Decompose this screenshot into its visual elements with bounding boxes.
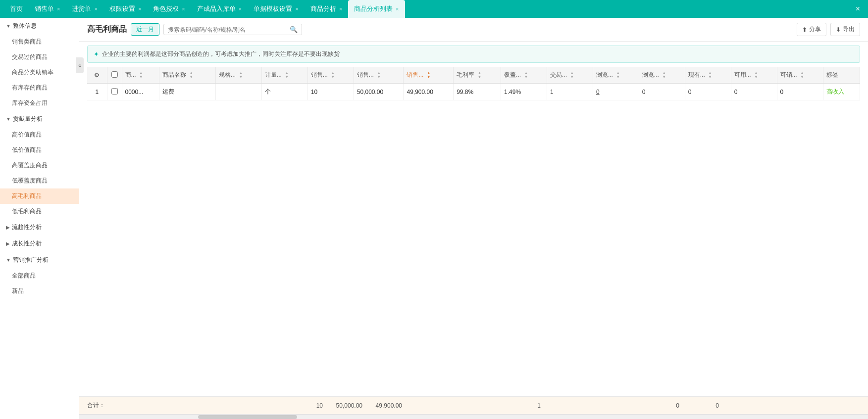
- sort-sales3[interactable]: ▲▼: [427, 71, 431, 79]
- nav-item-product-analysis[interactable]: 商品分析 ×: [305, 0, 348, 18]
- close-role-auth-tab[interactable]: ×: [182, 6, 185, 12]
- cell-code[interactable]: 0000...: [122, 84, 159, 100]
- sidebar-item-sales-goods[interactable]: 销售类商品: [0, 34, 79, 49]
- sort-browse2[interactable]: ▲▼: [662, 71, 666, 79]
- sidebar-item-category-rate[interactable]: 商品分类助销率: [0, 65, 79, 80]
- filter-recent-month-button[interactable]: 近一月: [131, 23, 159, 36]
- sidebar-group-overview[interactable]: ▼ 整体信息: [0, 18, 79, 34]
- close-sales-tab[interactable]: ×: [57, 6, 60, 12]
- row-checkbox[interactable]: [111, 88, 118, 94]
- col-header-saleable: 可销... ▲▼: [777, 67, 823, 84]
- nav-item-home[interactable]: 首页: [4, 0, 29, 18]
- nav-item-template[interactable]: 单据模板设置 ×: [248, 0, 304, 18]
- window-close-button[interactable]: ×: [852, 4, 864, 13]
- table-container: ⚙ 商... ▲▼ 商品名称 ▲▼: [79, 67, 868, 396]
- sidebar-group-contribution[interactable]: ▼ 贡献量分析: [0, 111, 79, 127]
- footer-values: 10 50,000.00 49,900.00 1 0 0: [113, 402, 860, 409]
- cell-sales3: 49,900.00: [404, 84, 454, 100]
- arrow-right-icon: ▶: [6, 241, 10, 246]
- horizontal-scrollbar[interactable]: [79, 414, 868, 419]
- sidebar-item-all-goods[interactable]: 全部商品: [0, 268, 79, 283]
- arrow-icon: ▼: [6, 116, 11, 122]
- share-button[interactable]: ⬆ 分享: [797, 23, 826, 36]
- settings-icon[interactable]: ⚙: [94, 72, 100, 79]
- sidebar-group-growth[interactable]: ▶ 成长性分析: [0, 235, 79, 252]
- close-auth-settings-tab[interactable]: ×: [138, 6, 141, 12]
- sidebar-item-in-stock[interactable]: 有库存的商品: [0, 80, 79, 95]
- sort-code[interactable]: ▲▼: [139, 71, 143, 79]
- scrollbar-thumb[interactable]: [198, 415, 297, 419]
- sidebar-item-low-coverage[interactable]: 低覆盖度商品: [0, 173, 79, 188]
- sort-coverage[interactable]: ▲▼: [524, 71, 528, 79]
- sort-saleable[interactable]: ▲▼: [800, 71, 804, 79]
- close-product-analysis-tab[interactable]: ×: [339, 6, 342, 12]
- cell-num: 1: [87, 84, 107, 100]
- sidebar-item-low-margin[interactable]: 低毛利商品: [0, 204, 79, 219]
- cell-unit: 个: [261, 84, 307, 100]
- sidebar-collapse-button[interactable]: «: [76, 57, 84, 73]
- sidebar-item-high-coverage[interactable]: 高覆盖度商品: [0, 158, 79, 173]
- col-header-trade: 交易... ▲▼: [547, 67, 593, 84]
- sidebar-item-stock-capital[interactable]: 库存资金占用: [0, 95, 79, 111]
- close-template-tab[interactable]: ×: [295, 6, 298, 12]
- footer-current: 0: [643, 402, 682, 409]
- col-header-sales1: 销售... ▲▼: [307, 67, 354, 84]
- sidebar: ▼ 整体信息 销售类商品 交易过的商品 商品分类助销率 有库存的商品 库存资金占…: [0, 18, 79, 419]
- close-stock-in-tab[interactable]: ×: [239, 6, 242, 12]
- nav-item-analysis-list[interactable]: 商品分析列表 ×: [348, 0, 405, 18]
- col-header-name: 商品名称 ▲▼: [159, 67, 215, 84]
- cell-checkbox: [107, 84, 122, 100]
- arrow-icon: ▼: [6, 23, 11, 29]
- page-title: 高毛利商品: [87, 24, 127, 35]
- tip-icon: ✦: [94, 50, 99, 58]
- close-analysis-list-tab[interactable]: ×: [396, 6, 399, 12]
- search-input[interactable]: [168, 26, 290, 33]
- sidebar-item-high-margin[interactable]: 高毛利商品: [0, 188, 79, 204]
- col-header-coverage: 覆盖... ▲▼: [501, 67, 547, 84]
- select-all-checkbox[interactable]: [111, 71, 118, 78]
- sidebar-item-high-value[interactable]: 高价值商品: [0, 127, 79, 142]
- cell-sales1: 10: [307, 84, 354, 100]
- arrow-right-icon: ▶: [6, 225, 10, 230]
- sidebar-item-traded-goods[interactable]: 交易过的商品: [0, 49, 79, 65]
- table-row: 1 0000... 运费 个 10 50,000.00 49,900.00 99: [87, 84, 860, 100]
- footer-col1: 10: [286, 402, 326, 409]
- sort-sales1[interactable]: ▲▼: [331, 71, 335, 79]
- cell-browse2: 0: [639, 84, 685, 100]
- sidebar-item-low-value[interactable]: 低价值商品: [0, 142, 79, 158]
- sidebar-group-trend[interactable]: ▶ 流趋性分析: [0, 219, 79, 235]
- cell-browse1[interactable]: 0: [593, 84, 639, 100]
- close-purchase-tab[interactable]: ×: [94, 6, 97, 12]
- sort-sales2[interactable]: ▲▼: [377, 71, 381, 79]
- sort-browse1[interactable]: ▲▼: [616, 71, 620, 79]
- col-header-spec: 规格... ▲▼: [216, 67, 262, 84]
- col-header-tag: 标签: [823, 67, 860, 84]
- sort-available[interactable]: ▲▼: [754, 71, 758, 79]
- sort-gross-rate[interactable]: ▲▼: [477, 71, 481, 79]
- footer-total-bar: 合计： 10 50,000.00 49,900.00 1 0 0: [79, 396, 868, 414]
- table-header-row: ⚙ 商... ▲▼ 商品名称 ▲▼: [87, 67, 860, 84]
- sidebar-item-new-goods[interactable]: 新品: [0, 283, 79, 299]
- cell-available: 0: [731, 84, 777, 100]
- export-button[interactable]: ⬇ 导出: [830, 23, 860, 36]
- sort-name[interactable]: ▲▼: [189, 71, 193, 79]
- col-header-browse1: 浏览... ▲▼: [593, 67, 639, 84]
- nav-item-role-auth[interactable]: 角色授权 ×: [147, 0, 191, 18]
- footer-col3: 49,900.00: [365, 402, 405, 409]
- sort-current[interactable]: ▲▼: [708, 71, 712, 79]
- sort-spec[interactable]: ▲▼: [239, 71, 243, 79]
- col-header-num: ⚙: [87, 67, 107, 84]
- sort-trade[interactable]: ▲▼: [570, 71, 574, 79]
- cell-coverage: 1.49%: [501, 84, 547, 100]
- col-header-available: 可用... ▲▼: [731, 67, 777, 84]
- footer-label: 合计：: [87, 401, 105, 410]
- content-header: 高毛利商品 近一月 🔍 ⬆ 分享 ⬇ 导出: [79, 18, 868, 42]
- nav-item-auth-settings[interactable]: 权限设置 ×: [103, 0, 147, 18]
- nav-item-sales[interactable]: 销售单 ×: [29, 0, 66, 18]
- search-icon[interactable]: 🔍: [290, 26, 298, 33]
- nav-item-stock-in[interactable]: 产成品入库单 ×: [191, 0, 248, 18]
- sidebar-group-marketing[interactable]: ▼ 营销推广分析: [0, 252, 79, 268]
- nav-item-purchase[interactable]: 进货单 ×: [66, 0, 103, 18]
- sort-unit[interactable]: ▲▼: [285, 71, 289, 79]
- content-area: 高毛利商品 近一月 🔍 ⬆ 分享 ⬇ 导出 ✦ 企业的主要: [79, 18, 868, 419]
